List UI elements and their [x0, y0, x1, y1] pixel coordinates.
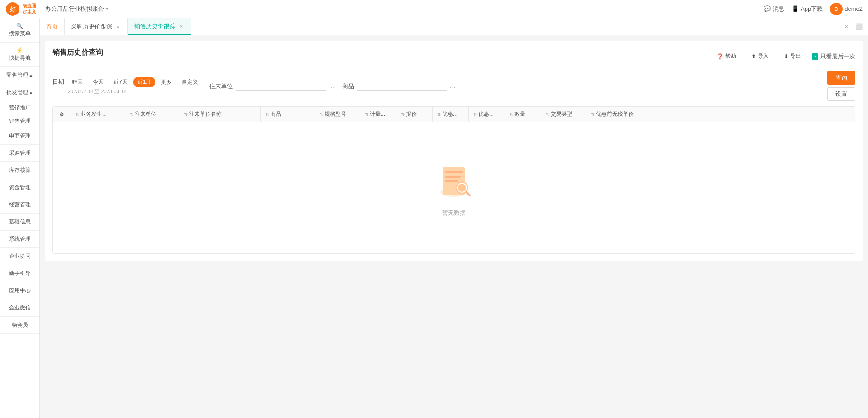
sidebar-item-operations[interactable]: 经营管理: [0, 196, 39, 214]
close-all-tabs-button[interactable]: ×: [841, 21, 852, 32]
product-filter-input[interactable]: [357, 81, 447, 91]
empty-state-text: 暂无数据: [442, 209, 466, 217]
quick-nav-icon: ⚡: [16, 47, 23, 53]
user-avatar: D: [830, 3, 843, 15]
filter-bar: 日期 昨天 今天 近7天 近1月 更多 自定义 2023-02-18 至 202…: [52, 71, 855, 101]
date-btn-today[interactable]: 今天: [89, 77, 108, 87]
date-btn-more[interactable]: 更多: [157, 77, 176, 87]
date-btn-7days[interactable]: 近7天: [109, 77, 132, 87]
table-header: ⚙ ⇅ 业务发生... ⇅ 往来单位 ⇅ 往来单位名称: [53, 107, 855, 122]
page-content: 销售历史价查询 ❓ 帮助 ⬆ 导入 ⬇ 导出: [40, 35, 868, 418]
tab-actions: × ⬜: [841, 18, 868, 35]
sidebar-sub-item-sales[interactable]: 销售管理: [0, 114, 39, 128]
app-title-dropdown-icon[interactable]: ▾: [106, 6, 108, 12]
sidebar-item-newbie[interactable]: 新手引导: [0, 265, 39, 282]
tab-close-purchase-icon[interactable]: ×: [115, 24, 121, 30]
app-download-button[interactable]: 📱 App下载: [792, 5, 823, 13]
sort-discount1-icon: ⇅: [437, 112, 441, 117]
partner-filter-dots[interactable]: ...: [329, 82, 335, 90]
export-icon: ⬇: [784, 53, 788, 60]
maximize-button[interactable]: ⬜: [854, 21, 864, 32]
settings-button[interactable]: 设置: [827, 87, 855, 101]
wholesale-arrow-icon: ▲: [29, 90, 33, 95]
logo-text: 畅捷通 好生意: [23, 3, 36, 15]
sidebar-item-wholesale[interactable]: 批发管理 ▲: [0, 84, 39, 101]
th-qty[interactable]: ⇅ 数量: [505, 107, 541, 122]
sort-quote-icon: ⇅: [401, 112, 405, 117]
sort-qty-icon: ⇅: [509, 112, 513, 117]
date-buttons: 昨天 今天 近7天 近1月 更多 自定义: [68, 77, 202, 87]
app-logo: 好: [5, 2, 20, 16]
export-button[interactable]: ⬇ 导出: [779, 51, 806, 62]
help-button[interactable]: ❓ 帮助: [712, 51, 741, 62]
app-download-icon: 📱: [792, 5, 799, 12]
sort-trade-type-icon: ⇅: [546, 112, 549, 117]
maximize-icon: ⬜: [855, 23, 863, 30]
th-trade-type[interactable]: ⇅ 交易类型: [541, 107, 586, 122]
th-quote[interactable]: ⇅ 报价: [396, 107, 433, 122]
date-btn-yesterday[interactable]: 昨天: [68, 77, 87, 87]
sidebar-item-system[interactable]: 系统管理: [0, 231, 39, 248]
data-table: ⚙ ⇅ 业务发生... ⇅ 往来单位 ⇅ 往来单位名称: [52, 106, 855, 254]
sidebar-item-inventory[interactable]: 库存核算: [0, 162, 39, 179]
tab-sales-history[interactable]: 销售历史价跟踪 ×: [128, 18, 191, 35]
tab-bar: 首页 采购历史价跟踪 × 销售历史价跟踪 × × ⬜: [40, 18, 868, 35]
sidebar-item-ecommerce[interactable]: 电商管理: [0, 128, 39, 145]
th-date[interactable]: ⇅ 业务发生...: [71, 107, 125, 122]
date-btn-1month[interactable]: 近1月: [133, 77, 156, 87]
product-filter-group: 商品 ...: [342, 81, 456, 91]
sidebar-item-purchase[interactable]: 采购管理: [0, 145, 39, 162]
th-settings[interactable]: ⚙: [53, 107, 71, 122]
import-button[interactable]: ⬆ 导入: [747, 51, 773, 62]
sidebar-item-apps[interactable]: 应用中心: [0, 282, 39, 299]
message-icon: 💬: [764, 5, 771, 12]
svg-text:好: 好: [9, 6, 16, 13]
th-spec[interactable]: ⇅ 规格型号: [315, 107, 360, 122]
date-range-text: 2023-02-18 至 2023-03-18: [68, 88, 202, 95]
sidebar-item-retail[interactable]: 零售管理 ▲: [0, 67, 39, 84]
query-button[interactable]: 查询: [827, 71, 855, 85]
date-options: 昨天 今天 近7天 近1月 更多 自定义 2023-02-18 至 2023-0…: [68, 77, 202, 95]
tab-close-sales-icon[interactable]: ×: [178, 23, 184, 29]
th-unit-name[interactable]: ⇅ 往来单位名称: [179, 107, 261, 122]
th-product[interactable]: ⇅ 商品: [261, 107, 315, 122]
sidebar-item-wechat[interactable]: 企业微信: [0, 299, 39, 317]
table-settings-icon[interactable]: ⚙: [59, 111, 64, 118]
product-filter-label: 商品: [342, 81, 354, 90]
header-right: 💬 消息 📱 App下载 D demo2: [764, 3, 863, 15]
sort-spec-icon: ⇅: [320, 112, 323, 117]
th-unit[interactable]: ⇅ 往来单位: [125, 107, 179, 122]
retail-arrow-icon: ▲: [29, 73, 33, 78]
top-header: 好 畅捷通 好生意 办公用品行业模拟账套 ▾ 💬 消息 📱 App下载 D de…: [0, 0, 868, 18]
sort-discount2-icon: ⇅: [473, 112, 477, 117]
only-last-checkbox[interactable]: ✓: [812, 53, 818, 60]
content-area: 首页 采购历史价跟踪 × 销售历史价跟踪 × × ⬜: [40, 18, 868, 418]
user-profile[interactable]: D demo2: [830, 3, 863, 15]
th-discount2[interactable]: ⇅ 优惠...: [469, 107, 505, 122]
th-tax-price[interactable]: ⇅ 优惠前无税单价: [586, 107, 855, 122]
sidebar: 🔍 搜索菜单 ⚡ 快捷导航 零售管理 ▲ 批发管理 ▲ 营销推广 销售管理 电商…: [0, 18, 40, 418]
sidebar-item-quick-nav[interactable]: ⚡ 快捷导航: [0, 43, 39, 67]
sidebar-item-membership[interactable]: 畅会员: [0, 317, 39, 334]
sort-unit-name-icon: ⇅: [184, 112, 188, 117]
help-icon: ❓: [717, 53, 723, 60]
th-discount1[interactable]: ⇅ 优惠...: [433, 107, 469, 122]
sidebar-item-search[interactable]: 🔍 搜索菜单: [0, 18, 39, 43]
partner-filter-input[interactable]: [236, 81, 326, 91]
sidebar-item-finance[interactable]: 资金管理: [0, 179, 39, 196]
svg-rect-5: [445, 176, 461, 178]
product-filter-dots[interactable]: ...: [450, 82, 456, 90]
message-button[interactable]: 💬 消息: [764, 5, 784, 13]
date-filter-label: 日期: [52, 77, 64, 86]
sort-product-icon: ⇅: [265, 112, 269, 117]
sidebar-sub-item-marketing[interactable]: 营销推广: [0, 101, 39, 114]
tab-home[interactable]: 首页: [40, 18, 65, 35]
app-title-area[interactable]: 办公用品行业模拟账套 ▾: [45, 5, 108, 13]
sidebar-item-basic[interactable]: 基础信息: [0, 214, 39, 231]
date-btn-custom[interactable]: 自定义: [178, 77, 202, 87]
only-last-checkbox-label[interactable]: ✓ 只看最后一次: [812, 52, 855, 61]
partner-filter-group: 往来单位 ...: [209, 81, 335, 91]
th-unit-measure[interactable]: ⇅ 计量...: [360, 107, 396, 122]
sidebar-item-enterprise[interactable]: 企业协同: [0, 248, 39, 265]
tab-purchase-history[interactable]: 采购历史价跟踪 ×: [65, 18, 128, 35]
